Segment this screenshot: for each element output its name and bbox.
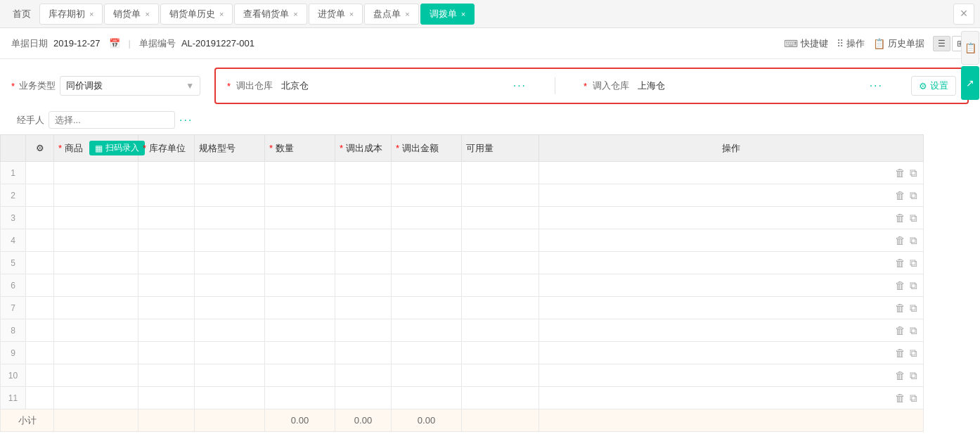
row-9-unit[interactable] <box>138 342 195 364</box>
copy-icon-row-10[interactable]: ⧉ <box>910 369 917 382</box>
row-3-spec[interactable] <box>195 207 265 229</box>
row-4-qty[interactable] <box>265 229 335 252</box>
row-11-unit[interactable] <box>138 387 195 409</box>
delete-icon-row-4[interactable]: 🗑 <box>895 234 905 246</box>
tab-inventory-init[interactable]: 库存期初 × <box>39 4 103 25</box>
row-2-available[interactable] <box>462 184 539 207</box>
row-5-cost[interactable] <box>335 252 392 274</box>
copy-icon-row-6[interactable]: ⧉ <box>910 279 917 292</box>
row-4-product[interactable] <box>54 229 138 252</box>
row-5-spec[interactable] <box>195 252 265 274</box>
row-10-available[interactable] <box>462 364 539 387</box>
window-close-button[interactable]: × <box>953 4 974 25</box>
tab-transfer[interactable]: 调拨单 × <box>420 4 475 25</box>
row-11-qty[interactable] <box>265 387 335 409</box>
row-10-product[interactable] <box>54 364 138 387</box>
row-1-spec[interactable] <box>195 162 265 184</box>
operation-btn[interactable]: ⠿ 操作 <box>837 37 865 50</box>
delete-icon-row-9[interactable]: 🗑 <box>895 347 905 359</box>
tab-purchase-order[interactable]: 进货单 × <box>309 4 363 25</box>
copy-icon-row-8[interactable]: ⧉ <box>910 324 917 337</box>
row-4-available[interactable] <box>462 229 539 252</box>
row-10-amount[interactable] <box>392 364 462 387</box>
row-3-unit[interactable] <box>138 207 195 229</box>
row-2-unit[interactable] <box>138 184 195 207</box>
row-8-amount[interactable] <box>392 319 462 342</box>
row-9-product[interactable] <box>54 342 138 364</box>
settings-button[interactable]: ⚙ 设置 <box>911 76 956 96</box>
tab-purchase-order-close[interactable]: × <box>349 10 354 18</box>
row-4-spec[interactable] <box>195 229 265 252</box>
tab-sales-history[interactable]: 销货单历史 × <box>160 4 233 25</box>
tab-home[interactable]: 首页 <box>6 8 38 20</box>
copy-icon-row-1[interactable]: ⧉ <box>910 167 917 179</box>
delete-icon-row-5[interactable]: 🗑 <box>895 257 905 269</box>
row-1-cost[interactable] <box>335 162 392 184</box>
row-4-amount[interactable] <box>392 229 462 252</box>
row-7-cost[interactable] <box>335 297 392 319</box>
row-7-spec[interactable] <box>195 297 265 319</box>
row-3-cost[interactable] <box>335 207 392 229</box>
transfer-out-more-btn[interactable]: ··· <box>513 79 527 92</box>
row-9-available[interactable] <box>462 342 539 364</box>
row-7-available[interactable] <box>462 297 539 319</box>
row-7-product[interactable] <box>54 297 138 319</box>
delete-icon-row-1[interactable]: 🗑 <box>895 167 905 179</box>
row-2-spec[interactable] <box>195 184 265 207</box>
delete-icon-row-8[interactable]: 🗑 <box>895 324 905 336</box>
transfer-in-more-btn[interactable]: ··· <box>870 79 883 92</box>
row-1-available[interactable] <box>462 162 539 184</box>
tab-sales-order[interactable]: 销货单 × <box>104 4 158 25</box>
row-11-spec[interactable] <box>195 387 265 409</box>
scan-btn[interactable]: ▦ 扫码录入 <box>89 141 145 155</box>
sidebar-export-btn[interactable]: ↗ <box>961 66 979 100</box>
row-8-product[interactable] <box>54 319 138 342</box>
row-9-cost[interactable] <box>335 342 392 364</box>
list-view-btn[interactable]: ☰ <box>933 36 950 51</box>
tab-view-sales[interactable]: 查看销货单 × <box>234 4 307 25</box>
row-5-amount[interactable] <box>392 252 462 274</box>
row-7-amount[interactable] <box>392 297 462 319</box>
row-3-product[interactable] <box>54 207 138 229</box>
row-11-available[interactable] <box>462 387 539 409</box>
copy-icon-row-11[interactable]: ⧉ <box>910 392 917 404</box>
row-2-amount[interactable] <box>392 184 462 207</box>
row-6-spec[interactable] <box>195 274 265 297</box>
row-9-qty[interactable] <box>265 342 335 364</box>
shortcut-btn[interactable]: ⌨ 快捷键 <box>784 37 828 50</box>
tab-transfer-close[interactable]: × <box>461 10 465 18</box>
row-6-unit[interactable] <box>138 274 195 297</box>
row-8-spec[interactable] <box>195 319 265 342</box>
copy-icon-row-3[interactable]: ⧉ <box>910 212 917 224</box>
row-4-unit[interactable] <box>138 229 195 252</box>
tab-sales-order-close[interactable]: × <box>145 10 149 18</box>
row-10-qty[interactable] <box>265 364 335 387</box>
copy-icon-row-7[interactable]: ⧉ <box>910 302 917 314</box>
tab-stocktake[interactable]: 盘点单 × <box>364 4 418 25</box>
delete-icon-row-10[interactable]: 🗑 <box>895 369 905 381</box>
delete-icon-row-7[interactable]: 🗑 <box>895 302 905 314</box>
row-10-unit[interactable] <box>138 364 195 387</box>
row-6-available[interactable] <box>462 274 539 297</box>
row-5-unit[interactable] <box>138 252 195 274</box>
row-1-unit[interactable] <box>138 162 195 184</box>
copy-icon-row-2[interactable]: ⧉ <box>910 189 917 202</box>
copy-icon-row-5[interactable]: ⧉ <box>910 257 917 269</box>
sidebar-notes-btn[interactable]: 📋 <box>961 31 979 65</box>
row-2-cost[interactable] <box>335 184 392 207</box>
row-11-cost[interactable] <box>335 387 392 409</box>
history-btn[interactable]: 📋 历史单据 <box>873 37 924 50</box>
col-gear[interactable]: ⚙ <box>26 135 54 162</box>
row-5-available[interactable] <box>462 252 539 274</box>
row-6-cost[interactable] <box>335 274 392 297</box>
row-4-cost[interactable] <box>335 229 392 252</box>
row-2-product[interactable] <box>54 184 138 207</box>
business-type-select[interactable]: 同价调拨 ▼ <box>60 76 200 96</box>
delete-icon-row-2[interactable]: 🗑 <box>895 189 905 201</box>
row-2-qty[interactable] <box>265 184 335 207</box>
row-7-qty[interactable] <box>265 297 335 319</box>
handler-input[interactable] <box>49 111 175 129</box>
calendar-icon[interactable]: 📅 <box>109 38 120 49</box>
row-8-unit[interactable] <box>138 319 195 342</box>
row-1-product[interactable] <box>54 162 138 184</box>
